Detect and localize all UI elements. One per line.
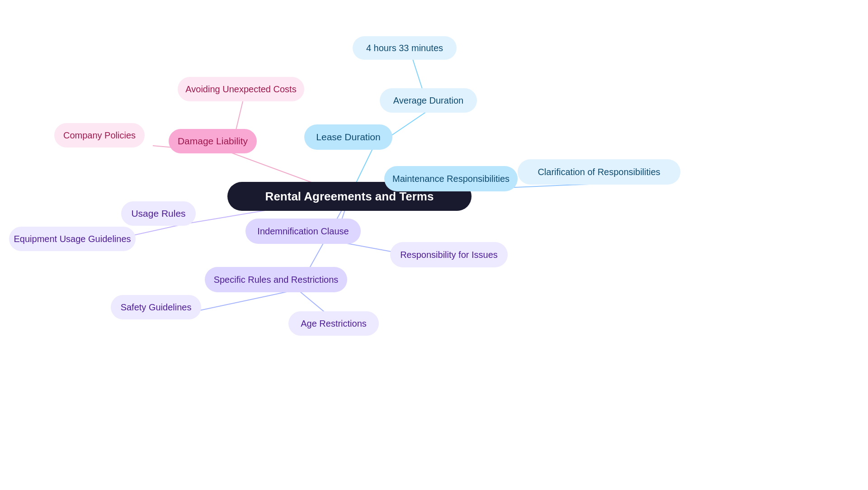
responsibility-issues-node: Responsibility for Issues [390,242,508,267]
safety-guidelines-node: Safety Guidelines [111,295,201,319]
age-restrictions-node: Age Restrictions [288,311,379,336]
usage-rules-node: Usage Rules [121,201,196,226]
indemnification-node: Indemnification Clause [245,219,361,244]
four-hours-node: 4 hours 33 minutes [353,36,457,60]
specific-rules-node: Specific Rules and Restrictions [205,267,347,292]
lease-duration-node: Lease Duration [304,124,392,150]
avoiding-costs-node: Avoiding Unexpected Costs [178,77,304,101]
damage-liability-node: Damage Liability [169,129,257,153]
clarification-resp-node: Clarification of Responsibilities [518,159,680,185]
average-duration-node: Average Duration [380,88,477,113]
company-policies-node: Company Policies [54,123,145,147]
maintenance-resp-node: Maintenance Responsibilities [384,166,518,191]
equipment-usage-node: Equipment Usage Guidelines [9,227,136,251]
